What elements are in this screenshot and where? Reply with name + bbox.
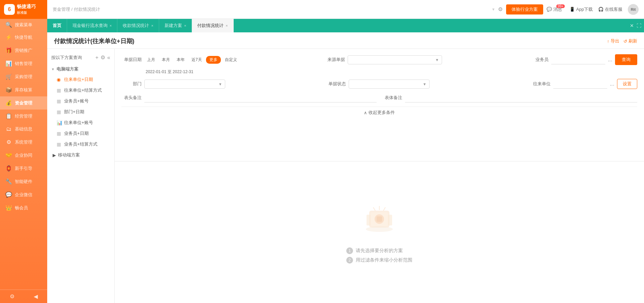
status-dropdown-icon: ▾: [423, 82, 426, 87]
filter-unit-col: 往来单位 ... 设置: [530, 79, 637, 89]
filter-row-3: 表头备注 表体备注: [121, 93, 637, 102]
breadcrumb: 资金管理 / 付款情况统计: [53, 6, 489, 12]
sidebar-item-inventory[interactable]: 📦 库存核算: [0, 83, 47, 96]
sidebar-item-cooperation[interactable]: 🤝 企业协同: [0, 149, 47, 162]
page-title: 付款情况统计(往来单位+日期): [54, 37, 135, 45]
page-header-actions: ↑ 导出 ↺ 刷新: [607, 38, 638, 44]
scheme-item-unit-date[interactable]: ◉ 往来单位+日期: [47, 74, 114, 85]
staff-input-area: [551, 55, 605, 64]
scheme-settings-icon[interactable]: ⚙: [100, 54, 105, 61]
empty-state: 1 请先选择要分析的方案 2 用过滤条件来缩小分析范围: [115, 161, 644, 303]
sidebar-item-search-menu[interactable]: 🔍 搜索菜单: [0, 19, 47, 31]
date-opt-custom[interactable]: 自定义: [222, 56, 240, 64]
svg-line-9: [383, 207, 385, 211]
scheme-item-staff-date[interactable]: ▦ 业务员+日期: [47, 128, 114, 139]
scheme-staff-date-icon: ▦: [57, 131, 62, 136]
export-btn[interactable]: ↑ 导出: [607, 38, 620, 44]
scheme-item-staff-account[interactable]: ▦ 业务员+账号: [47, 96, 114, 107]
dept-select[interactable]: ▾: [144, 80, 225, 89]
tab-payment-stat[interactable]: 付款情况统计 ×: [192, 19, 233, 32]
source-select[interactable]: ▾: [348, 55, 442, 64]
quick-nav-icon: ⚡: [5, 34, 12, 40]
scheme-add-icon[interactable]: +: [95, 55, 98, 61]
tab-payment-stat-close[interactable]: ×: [226, 24, 228, 28]
user-avatar[interactable]: Rit: [628, 4, 639, 15]
query-btn[interactable]: 查询: [615, 54, 637, 65]
mobile-arrow-icon: ▶: [53, 153, 56, 158]
date-opt-last-month[interactable]: 上月: [144, 56, 158, 64]
sidebar-item-fund[interactable]: 💰 资金管理: [0, 96, 47, 110]
tab-bank-flow-close[interactable]: ×: [110, 24, 112, 28]
app-download[interactable]: 📱 App下载: [569, 6, 593, 12]
staff-dots[interactable]: ...: [608, 57, 612, 63]
settings-btn[interactable]: 设置: [617, 79, 637, 89]
sidebar-item-hardware[interactable]: 🔧 智能硬件: [0, 175, 47, 188]
body-remark-label: 表体备注: [382, 95, 402, 101]
collapse-btn[interactable]: ∧ 收起更多条件: [121, 107, 637, 118]
refresh-btn[interactable]: ↺ 刷新: [623, 38, 637, 44]
sidebar-item-quick-nav[interactable]: ⚡ 快捷导航: [0, 31, 47, 44]
date-range-row: 2022-01-01 至 2022-12-31: [121, 69, 637, 75]
inventory-icon: 📦: [5, 87, 12, 93]
filter-row-1: 单据日期 上月 本月 本年 近7天 更多 自定义: [121, 54, 637, 65]
online-service[interactable]: 🎧 在线客服: [598, 6, 622, 12]
scheme-item-unit-settle[interactable]: ▦ 往来单位+结算方式: [47, 85, 114, 96]
filter-dept-col: 部门 ▾: [121, 80, 320, 89]
sidebar-item-basic[interactable]: 🗂 基础信息: [0, 123, 47, 135]
scheme-item-staff-settle[interactable]: ▦ 业务员+结算方式: [47, 139, 114, 150]
main-content: 资金管理 / 付款情况统计 ▾ ⚙ 体验行业方案 💬 消息 99+ 📱 App下…: [47, 0, 644, 303]
operation-icon: 📋: [5, 113, 12, 119]
svg-line-7: [373, 207, 375, 211]
sidebar-bottom: ⚙ ◀: [0, 290, 47, 303]
date-opt-this-month[interactable]: 本月: [159, 56, 173, 64]
scheme-group-mobile: ▶ 移动端方案: [47, 150, 114, 160]
sidebar-settings-btn[interactable]: ⚙: [10, 293, 14, 300]
sidebar-item-marketing[interactable]: 🎁 营销推广: [0, 44, 47, 57]
trial-btn[interactable]: 体验行业方案: [506, 4, 543, 14]
sidebar-collapse-btn[interactable]: ◀: [34, 293, 38, 300]
tab-new-scheme[interactable]: 新建方案 ×: [159, 19, 192, 32]
tab-new-scheme-close[interactable]: ×: [184, 24, 186, 28]
member-icon: 👑: [5, 205, 12, 211]
header-remark-input[interactable]: [144, 93, 377, 102]
page-content: 付款情况统计(往来单位+日期) ↑ 导出 ↺ 刷新 按以下方案查询 +: [47, 32, 644, 303]
sidebar-item-purchase[interactable]: 🛒 采购管理: [0, 70, 47, 83]
date-opt-this-year[interactable]: 本年: [174, 56, 187, 64]
hardware-icon: 🔧: [5, 178, 12, 185]
scheme-sidebar: 按以下方案查询 + ⚙ « ▼ 电脑端方案 ◉ 往来单位+日期: [47, 49, 115, 303]
scheme-group-mobile-title[interactable]: ▶ 移动端方案: [47, 150, 114, 160]
scheme-item-unit-account[interactable]: 📊 往来单位+账号: [47, 117, 114, 128]
status-select[interactable]: ▾: [349, 80, 430, 89]
scheme-collapse-icon[interactable]: «: [107, 55, 110, 61]
sidebar-item-guide[interactable]: 🏮 新手引导: [0, 162, 47, 175]
date-opt-last-7[interactable]: 近7天: [189, 56, 205, 64]
empty-hint-2: 2 用过滤条件来缩小分析范围: [346, 257, 412, 264]
dept-dropdown-icon: ▾: [219, 82, 222, 87]
date-opt-more[interactable]: 更多: [206, 56, 221, 64]
tab-expand-icon[interactable]: ⛶: [637, 23, 641, 28]
tab-close-all-icon[interactable]: ✕: [630, 23, 634, 28]
tab-receipts-stat[interactable]: 收款情况统计 ×: [117, 19, 159, 32]
tab-home[interactable]: 首页: [47, 19, 67, 32]
sidebar-item-wechat[interactable]: 💬 企业微信: [0, 188, 47, 201]
sidebar-item-operation[interactable]: 📋 经营管理: [0, 110, 47, 123]
scheme-unit-date-icon: ◉: [57, 77, 62, 82]
scheme-item-dept-date[interactable]: ▦ 部门+日期: [47, 107, 114, 117]
tabbar-actions: ✕ ⛶: [630, 23, 644, 28]
sidebar-item-system[interactable]: ⚙ 系统管理: [0, 135, 47, 149]
sidebar-item-sales[interactable]: 📊 销售管理: [0, 57, 47, 70]
scheme-dept-date-icon: ▦: [57, 109, 62, 115]
tab-bank-flow[interactable]: 现金银行流水查询 ×: [67, 19, 117, 32]
unit-dots[interactable]: ...: [610, 81, 614, 87]
fund-icon: 💰: [5, 100, 12, 106]
scheme-group-desktop-title[interactable]: ▼ 电脑端方案: [47, 64, 114, 74]
tab-receipts-stat-close[interactable]: ×: [151, 24, 153, 28]
topbar-msg[interactable]: 💬 消息 99+: [547, 6, 562, 12]
logo-icon: 6: [4, 4, 15, 15]
body-remark-input[interactable]: [405, 93, 637, 102]
filter-staff-col: 业务员 ... 查询: [528, 54, 637, 65]
scheme-staff-settle-icon: ▦: [57, 142, 62, 147]
topbar-gear-icon[interactable]: ⚙: [498, 6, 503, 12]
filter-date-col: 单据日期 上月 本月 本年 近7天 更多 自定义: [121, 56, 319, 64]
sidebar-item-member[interactable]: 👑 畅会员: [0, 201, 47, 214]
